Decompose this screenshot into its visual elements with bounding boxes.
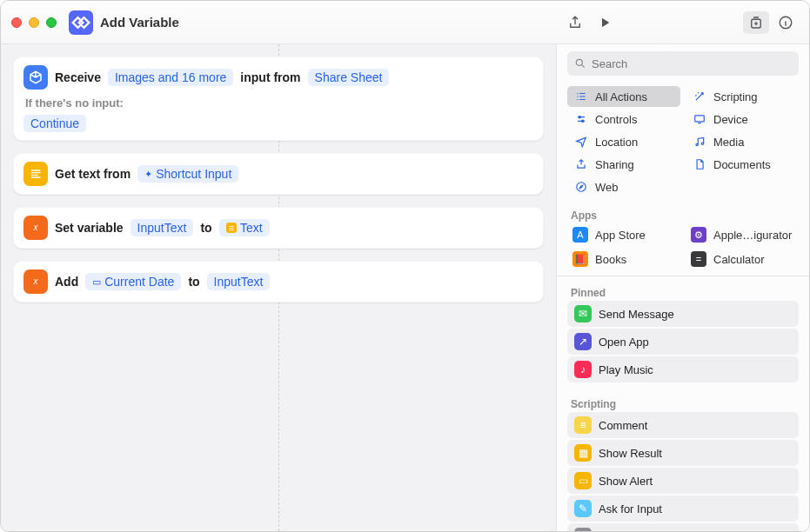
svg-point-8	[696, 143, 698, 145]
action-list-item[interactable]: ↗Open App	[567, 329, 799, 355]
category-all[interactable]: All Actions	[567, 86, 680, 107]
set-variable-name-token[interactable]: InputText	[131, 219, 194, 236]
actions-scroll-section[interactable]: Pinned ✉Send Message↗Open App♪Play Music…	[557, 276, 809, 531]
app-item[interactable]: ⚙Apple…igurator	[686, 223, 799, 246]
app-label: App Store	[595, 229, 646, 242]
content-area: Receive Images and 16 more input from Sh…	[1, 44, 809, 531]
workflow-canvas[interactable]: Receive Images and 16 more input from Sh…	[1, 44, 557, 531]
action-get-text[interactable]: Get text from ✦ Shortcut Input	[13, 153, 544, 195]
add-value-token[interactable]: ▭ Current Date	[85, 273, 181, 290]
action-item-label: Show Alert	[599, 475, 653, 488]
play-icon	[597, 15, 613, 30]
category-scripting[interactable]: Scripting	[686, 86, 799, 107]
receive-label: Receive	[55, 70, 101, 84]
action-list-item[interactable]: ▦Show Result	[567, 440, 799, 466]
category-label: Device	[713, 113, 748, 126]
action-library-sidebar: All ActionsScriptingControlsDeviceLocati…	[557, 44, 809, 531]
action-receive-input[interactable]: Receive Images and 16 more input from Sh…	[13, 57, 544, 141]
action-list-item[interactable]: ✉Send Message	[567, 301, 799, 327]
app-icon: A	[572, 227, 588, 243]
search-icon	[574, 57, 586, 70]
action-add-to-variable[interactable]: x Add ▭ Current Date to InputText	[13, 261, 544, 303]
scripting-section-label: Scripting	[557, 391, 809, 412]
action-list-item[interactable]: ΣCount	[567, 523, 799, 531]
category-web[interactable]: Web	[567, 176, 680, 197]
get-text-label: Get text from	[55, 167, 131, 181]
action-item-icon: ↗	[574, 333, 592, 350]
action-item-icon: ✎	[574, 500, 592, 517]
app-label: Calculator	[713, 253, 765, 266]
app-icon: =	[691, 251, 706, 267]
sliders-icon	[574, 112, 588, 126]
category-sharing[interactable]: Sharing	[567, 154, 680, 175]
receive-icon	[23, 65, 48, 90]
set-variable-value-token[interactable]: ≡ Text	[219, 219, 270, 236]
window-controls	[11, 17, 57, 28]
search-field[interactable]	[567, 51, 799, 76]
category-media[interactable]: Media	[686, 131, 799, 152]
action-item-label: Count	[599, 530, 629, 532]
category-documents[interactable]: Documents	[686, 154, 799, 175]
action-item-icon: ♪	[574, 361, 592, 378]
add-to-label: to	[188, 275, 199, 289]
app-item[interactable]: AApp Store	[567, 223, 680, 246]
magic-var-icon: ✦	[144, 169, 152, 180]
run-button[interactable]	[592, 11, 618, 34]
info-icon	[778, 15, 793, 30]
no-input-label: If there's no input:	[25, 96, 533, 110]
pinned-list: ✉Send Message↗Open App♪Play Music	[557, 301, 809, 382]
category-location[interactable]: Location	[567, 131, 680, 152]
svg-point-5	[579, 116, 580, 118]
svg-point-6	[582, 120, 584, 122]
category-label: All Actions	[595, 90, 647, 103]
category-device[interactable]: Device	[686, 109, 799, 130]
category-label: Controls	[595, 113, 637, 126]
action-list-item[interactable]: ▭Show Alert	[567, 468, 799, 494]
share-icon	[574, 157, 588, 171]
no-input-action-token[interactable]: Continue	[23, 115, 86, 132]
titlebar: Add Variable	[1, 1, 809, 44]
category-label: Media	[713, 136, 744, 149]
action-list-item[interactable]: ≡Comment	[567, 412, 799, 438]
receive-input-types-token[interactable]: Images and 16 more	[108, 69, 233, 86]
add-label: Add	[55, 275, 78, 289]
set-variable-label: Set variable	[55, 221, 124, 235]
text-type-icon: ≡	[226, 223, 237, 233]
library-toggle-button[interactable]	[743, 11, 769, 34]
receive-source-token[interactable]: Share Sheet	[308, 69, 390, 86]
action-item-icon: ▭	[574, 472, 592, 489]
info-button[interactable]	[773, 11, 799, 34]
shortcuts-editor-window: Add Variable Receive	[0, 0, 810, 532]
action-set-variable[interactable]: x Set variable InputText to ≡ Text	[13, 207, 544, 249]
action-item-label: Comment	[599, 419, 647, 432]
share-icon	[567, 15, 583, 30]
device-icon	[693, 112, 706, 126]
app-item[interactable]: 📕Books	[567, 248, 680, 270]
action-list-item[interactable]: ✎Ask for Input	[567, 495, 799, 522]
apps-section-label: Apps	[557, 203, 809, 223]
location-icon	[574, 135, 588, 149]
zoom-window-button[interactable]	[46, 17, 57, 28]
app-label: Apple…igurator	[713, 229, 792, 242]
close-window-button[interactable]	[11, 17, 22, 28]
minimize-window-button[interactable]	[29, 17, 39, 28]
action-item-icon: ≡	[574, 416, 592, 434]
search-input[interactable]	[592, 57, 792, 70]
category-controls[interactable]: Controls	[567, 109, 680, 130]
share-button[interactable]	[562, 11, 588, 34]
app-label: Books	[595, 253, 626, 266]
svg-point-4	[576, 59, 582, 65]
category-label: Documents	[713, 158, 771, 171]
get-text-source-token[interactable]: ✦ Shortcut Input	[137, 165, 238, 183]
date-type-icon: ▭	[92, 276, 101, 288]
svg-rect-7	[695, 116, 705, 122]
action-list-item[interactable]: ♪Play Music	[567, 356, 799, 382]
svg-point-9	[701, 143, 703, 144]
scripting-list: ≡Comment▦Show Result▭Show Alert✎Ask for …	[557, 412, 809, 531]
add-target-var-token[interactable]: InputText	[207, 273, 271, 290]
window-title: Add Variable	[100, 15, 179, 30]
app-icon: 📕	[572, 251, 588, 267]
doc-icon	[693, 157, 706, 171]
pinned-section-label: Pinned	[557, 280, 809, 301]
app-item[interactable]: =Calculator	[686, 248, 799, 270]
